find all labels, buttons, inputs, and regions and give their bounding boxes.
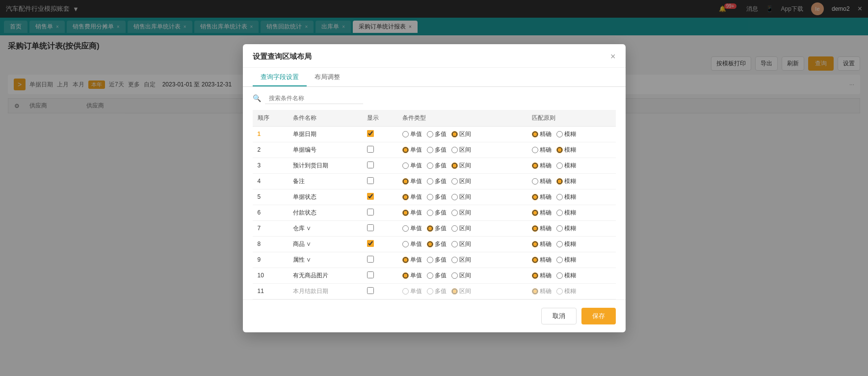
display-checkbox-1[interactable]: [367, 132, 374, 138]
type-radio-区间-1[interactable]: 区间: [451, 130, 471, 138]
type-radio-单值-1[interactable]: 单值: [402, 130, 422, 138]
type-radio-单值-9[interactable]: 单值: [402, 256, 422, 264]
type-radio-区间-5[interactable]: 区间: [451, 193, 471, 201]
type-radio-多值-7[interactable]: 多值: [427, 224, 447, 233]
match-radio-模糊-7[interactable]: 模糊: [556, 224, 576, 233]
table-row: 11 本月结款日期 单值 多值 区间: [253, 283, 616, 299]
match-radio-模糊-4[interactable]: 模糊: [556, 177, 576, 186]
match-radio-模糊-8[interactable]: 模糊: [556, 240, 576, 248]
match-radio-模糊-6[interactable]: 模糊: [556, 209, 576, 217]
type-radio-单值-11[interactable]: 单值: [402, 287, 422, 295]
type-radio-多值-8[interactable]: 多值: [427, 240, 447, 248]
cell-display[interactable]: [362, 220, 397, 236]
match-radio-精确-7[interactable]: 精确: [532, 224, 552, 233]
display-checkbox-4[interactable]: [367, 179, 374, 186]
display-checkbox-11[interactable]: [367, 289, 374, 295]
type-radio-单值-10[interactable]: 单值: [402, 271, 422, 280]
cell-display[interactable]: [362, 268, 397, 283]
display-checkbox-10[interactable]: [367, 273, 374, 280]
display-checkbox-3[interactable]: [367, 163, 374, 170]
type-radio-多值-9[interactable]: 多值: [427, 256, 447, 264]
type-radio-区间-10[interactable]: 区间: [451, 271, 471, 280]
match-radio-精确-11[interactable]: 精确: [532, 287, 552, 295]
cell-display[interactable]: [362, 252, 397, 268]
type-radio-区间-9[interactable]: 区间: [451, 256, 471, 264]
type-radio-单值-4[interactable]: 单值: [402, 177, 422, 186]
match-radio-精确-6[interactable]: 精确: [532, 209, 552, 217]
match-radio-模糊-11[interactable]: 模糊: [556, 287, 576, 295]
display-checkbox-5[interactable]: [367, 194, 374, 201]
match-radio-精确-9[interactable]: 精确: [532, 256, 552, 264]
cell-match: 精确 模糊: [527, 126, 616, 142]
cancel-button[interactable]: 取消: [541, 308, 577, 324]
cell-match: 精确 模糊: [527, 268, 616, 283]
type-radio-区间-6[interactable]: 区间: [451, 209, 471, 217]
type-radio-单值-2[interactable]: 单值: [402, 146, 422, 154]
type-radio-多值-5[interactable]: 多值: [427, 193, 447, 201]
cell-type: 单值 多值 区间: [397, 173, 526, 189]
search-input[interactable]: [265, 93, 363, 104]
save-button[interactable]: 保存: [581, 308, 616, 324]
type-radio-单值-6[interactable]: 单值: [402, 209, 422, 217]
match-radio-模糊-9[interactable]: 模糊: [556, 256, 576, 264]
cell-match: 精确 模糊: [527, 158, 616, 173]
type-radio-区间-8[interactable]: 区间: [451, 240, 471, 248]
table-row: 6 付款状态 单值 多值 区间: [253, 205, 616, 220]
type-radio-区间-3[interactable]: 区间: [451, 161, 471, 170]
match-radio-精确-2[interactable]: 精确: [532, 146, 552, 154]
match-radio-精确-1[interactable]: 精确: [532, 130, 552, 138]
match-radio-精确-5[interactable]: 精确: [532, 193, 552, 201]
tab-query-fields[interactable]: 查询字段设置: [253, 68, 307, 86]
match-radio-group-5: 精确 模糊: [532, 193, 611, 201]
cell-display[interactable]: [362, 205, 397, 220]
th-display: 显示: [362, 110, 397, 127]
match-radio-模糊-3[interactable]: 模糊: [556, 161, 576, 170]
type-radio-多值-1[interactable]: 多值: [427, 130, 447, 138]
cell-display[interactable]: [362, 126, 397, 142]
cell-match: 精确 模糊: [527, 189, 616, 205]
cell-match: 精确 模糊: [527, 252, 616, 268]
cell-match: 精确 模糊: [527, 173, 616, 189]
display-checkbox-7[interactable]: [367, 226, 374, 233]
type-radio-单值-3[interactable]: 单值: [402, 161, 422, 170]
cell-display[interactable]: [362, 158, 397, 173]
cell-display[interactable]: [362, 236, 397, 252]
match-radio-精确-8[interactable]: 精确: [532, 240, 552, 248]
type-radio-区间-11[interactable]: 区间: [451, 287, 471, 295]
match-radio-group-1: 精确 模糊: [532, 130, 611, 138]
match-radio-精确-10[interactable]: 精确: [532, 271, 552, 280]
type-radio-区间-4[interactable]: 区间: [451, 177, 471, 186]
type-radio-单值-7[interactable]: 单值: [402, 224, 422, 233]
tab-layout-adjust[interactable]: 布局调整: [307, 68, 348, 86]
fields-table: 顺序 条件名称 显示 条件类型 匹配原则 1 单据日期: [253, 110, 616, 299]
type-radio-多值-2[interactable]: 多值: [427, 146, 447, 154]
match-radio-模糊-5[interactable]: 模糊: [556, 193, 576, 201]
type-radio-多值-6[interactable]: 多值: [427, 209, 447, 217]
tab-query-fields-label: 查询字段设置: [261, 73, 299, 81]
match-radio-精确-3[interactable]: 精确: [532, 161, 552, 170]
cell-order: 7: [253, 220, 288, 236]
match-radio-模糊-2[interactable]: 模糊: [556, 146, 576, 154]
cell-match: 精确 模糊: [527, 236, 616, 252]
dialog-close-button[interactable]: ×: [610, 52, 616, 61]
display-checkbox-2[interactable]: [367, 147, 374, 154]
cell-display[interactable]: [362, 173, 397, 189]
cell-display[interactable]: [362, 142, 397, 158]
type-radio-单值-8[interactable]: 单值: [402, 240, 422, 248]
type-radio-区间-7[interactable]: 区间: [451, 224, 471, 233]
cell-display[interactable]: [362, 189, 397, 205]
match-radio-模糊-10[interactable]: 模糊: [556, 271, 576, 280]
type-radio-多值-11[interactable]: 多值: [427, 287, 447, 295]
match-radio-精确-4[interactable]: 精确: [532, 177, 552, 186]
display-checkbox-8[interactable]: [367, 242, 374, 248]
type-radio-多值-3[interactable]: 多值: [427, 161, 447, 170]
display-checkbox-9[interactable]: [367, 257, 374, 264]
display-checkbox-6[interactable]: [367, 210, 374, 217]
type-radio-区间-2[interactable]: 区间: [451, 146, 471, 154]
cell-display[interactable]: [362, 283, 397, 299]
type-radio-多值-4[interactable]: 多值: [427, 177, 447, 186]
match-radio-模糊-1[interactable]: 模糊: [556, 130, 576, 138]
cell-match: 精确 模糊: [527, 283, 616, 299]
type-radio-单值-5[interactable]: 单值: [402, 193, 422, 201]
type-radio-多值-10[interactable]: 多值: [427, 271, 447, 280]
